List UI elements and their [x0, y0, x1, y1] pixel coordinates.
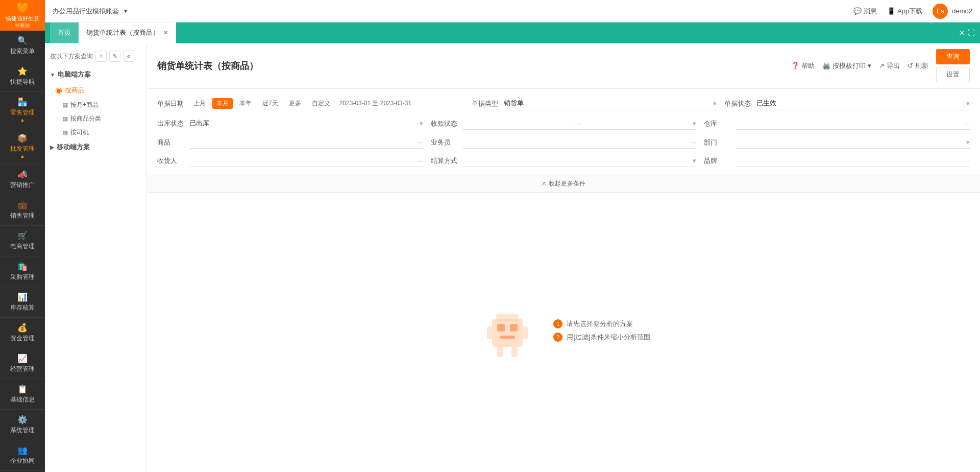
dots-icon: ··· [575, 120, 581, 127]
dots-icon: ··· [964, 120, 970, 127]
sidebar-item-operation[interactable]: 📈 经营管理 [0, 348, 45, 379]
filter-doc-status: 单据状态 已生效 ▾ [724, 97, 970, 110]
sidebar-item-retail[interactable]: 🏪 零售管理 ▲ [0, 92, 45, 128]
refresh-btn[interactable]: ↺ 刷新 [908, 61, 928, 70]
dept-select[interactable]: ▾ [736, 136, 970, 149]
svg-rect-1 [497, 324, 505, 332]
date-tab-last-month[interactable]: 上月 [189, 98, 210, 109]
salesperson-select[interactable]: ··· [463, 136, 697, 149]
empty-svg [477, 301, 538, 362]
app-logo: 🧡 畅捷通好生意 标账版 [0, 0, 45, 31]
date-tab-custom[interactable]: 自定义 [308, 98, 334, 109]
filter-row-1: 单据日期 上月 本月 本年 近7天 更多 自定义 2023-03-01 至 20… [157, 97, 970, 110]
product-select[interactable]: ··· [189, 136, 423, 149]
close-window-icon[interactable]: ✕ [959, 28, 965, 38]
filter-doc-type: 单据类型 销货单 ▾ [472, 97, 717, 110]
doc-status-select[interactable]: 已生效 ▾ [756, 97, 970, 110]
tree-item-by-printer[interactable]: ▦ 按司机 [45, 126, 146, 139]
export-icon: ↗ [879, 62, 885, 69]
sidebar-item-finance[interactable]: 💰 资金管理 [0, 318, 45, 348]
sidebar-item-marketing[interactable]: 📣 营销推广 [0, 164, 45, 195]
dropdown-icon[interactable]: ▾ [124, 7, 128, 15]
tab-close-icon[interactable]: ✕ [163, 29, 168, 36]
date-tab-this-year[interactable]: 本年 [235, 98, 256, 109]
basic-icon: 📋 [17, 384, 28, 394]
topbar-left: 办公用品行业模拟账套 ▾ [53, 7, 128, 16]
doc-status-label: 单据状态 [724, 99, 752, 108]
refresh-icon: ↺ [908, 62, 913, 69]
collapse-bar[interactable]: ∧ 收起更多条件 [147, 175, 980, 193]
retail-icon: 🏪 [17, 97, 28, 107]
settings-button[interactable]: 设置 [936, 67, 970, 82]
empty-state: 1 请先选择要分析的方案 2 用[过滤]条件来缩小分析范围 [147, 193, 980, 472]
step-num-1: 1 [553, 319, 562, 328]
receipt-status-select[interactable]: ··· ▾ [463, 117, 697, 130]
sidebar-item-label: 快捷导航 [10, 78, 35, 86]
maximize-icon[interactable]: ⛶ [968, 29, 975, 37]
sidebar-item-corp[interactable]: 👥 企业协同 [0, 440, 45, 471]
messages-btn[interactable]: 💬 消息 [853, 7, 877, 16]
chevron-down-icon: ▾ [420, 120, 423, 127]
logo-text: 畅捷通好生意 [6, 15, 39, 22]
help-btn[interactable]: ❓ 帮助 [791, 61, 815, 70]
tree-item-label: 按司机 [70, 128, 89, 137]
sidebar-item-search[interactable]: 🔍 搜索菜单 [0, 31, 45, 61]
date-group: 上月 本月 本年 近7天 更多 自定义 2023-03-01 至 2023-03… [189, 98, 464, 109]
sidebar-item-purchase[interactable]: 🛍️ 采购管理 [0, 256, 45, 287]
out-status-value: 已出库 [189, 119, 209, 128]
collapse-panel-btn[interactable]: « [123, 51, 134, 62]
date-tab-this-month[interactable]: 本月 [212, 98, 233, 109]
sidebar-item-label: 营销推广 [10, 181, 35, 190]
template-print-btn[interactable]: 🖨️ 按模板打印 ▾ [822, 61, 871, 70]
corp-icon: 👥 [17, 445, 28, 455]
export-label: 导出 [887, 61, 900, 70]
brand-label: 品牌 [704, 156, 732, 166]
out-status-select[interactable]: 已出库 ▾ [189, 116, 423, 130]
tab-bar: 首页 销货单统计表（按商品） ✕ ✕ ⛶ [45, 22, 980, 43]
filter-dept: 部门 ▾ [704, 136, 970, 149]
doc-type-value: 销货单 [504, 99, 524, 108]
ecom-icon: 🛒 [17, 231, 28, 241]
right-panel: 销货单统计表（按商品） ❓ 帮助 🖨️ 按模板打印 ▾ ↗ 导出 [147, 43, 980, 472]
sidebar-item-label: 采购管理 [10, 273, 35, 281]
sidebar-item-ecom[interactable]: 🛒 电商管理 [0, 226, 45, 256]
sidebar-item-inventory[interactable]: 📊 库存核算 [0, 287, 45, 318]
payment-select[interactable]: ▾ [463, 155, 697, 167]
sidebar-item-wholesale[interactable]: 📦 批发管理 ▲ [0, 128, 45, 164]
messages-label: 消息 [864, 7, 877, 16]
edit-scheme-btn[interactable]: ✎ [109, 51, 120, 62]
sidebar-item-basic[interactable]: 📋 基础信息 [0, 379, 45, 410]
query-button[interactable]: 查询 [936, 49, 970, 64]
app-download-label: App下载 [897, 7, 922, 16]
date-tab-more[interactable]: 更多 [285, 98, 305, 109]
sidebar-item-sales[interactable]: 💼 销售管理 [0, 195, 45, 226]
search-icon: 🔍 [17, 36, 28, 45]
tree-item-label: 按商品分类 [70, 114, 101, 123]
export-btn[interactable]: ↗ 导出 [879, 61, 900, 70]
sub-item-icon: ▦ [63, 129, 68, 136]
app-download-btn[interactable]: 📱 App下载 [887, 7, 922, 16]
wholesale-icon: 📦 [17, 133, 28, 143]
tab-stats[interactable]: 销货单统计表（按商品） ✕ [79, 22, 176, 43]
tree-item-by-product[interactable]: ◉ 按商品 [45, 82, 146, 98]
tree-item-by-month-product[interactable]: ▦ 按月+商品 [45, 98, 146, 112]
warehouse-select[interactable]: ··· [736, 117, 970, 130]
date-tab-7days[interactable]: 近7天 [258, 98, 282, 109]
active-item-icon: ◉ [55, 85, 62, 95]
brand-select[interactable]: ··· [736, 155, 970, 167]
sidebar-item-quick-nav[interactable]: ⭐ 快捷导航 [0, 61, 45, 92]
tab-stats-label: 销货单统计表（按商品） [86, 28, 159, 37]
filter-receiver: 收货人 ··· [157, 155, 423, 167]
tab-home[interactable]: 首页 [50, 22, 79, 43]
add-scheme-btn[interactable]: + [95, 51, 107, 62]
doc-type-select[interactable]: 销货单 ▾ [504, 97, 717, 110]
sidebar-item-system[interactable]: ⚙️ 系统管理 [0, 410, 45, 440]
refresh-label: 刷新 [915, 61, 928, 70]
filter-row-2: 出库状态 已出库 ▾ 收款状态 ··· ▾ [157, 116, 970, 130]
user-menu[interactable]: Ea demo2 [933, 4, 972, 19]
tree-item-by-category[interactable]: ▦ 按商品分类 [45, 112, 146, 126]
receiver-select[interactable]: ··· [189, 155, 423, 167]
topbar-right: 💬 消息 📱 App下载 Ea demo2 [853, 4, 972, 19]
help-icon: ❓ [791, 62, 799, 69]
filter-date: 单据日期 上月 本月 本年 近7天 更多 自定义 2023-03-01 至 20… [157, 98, 464, 109]
